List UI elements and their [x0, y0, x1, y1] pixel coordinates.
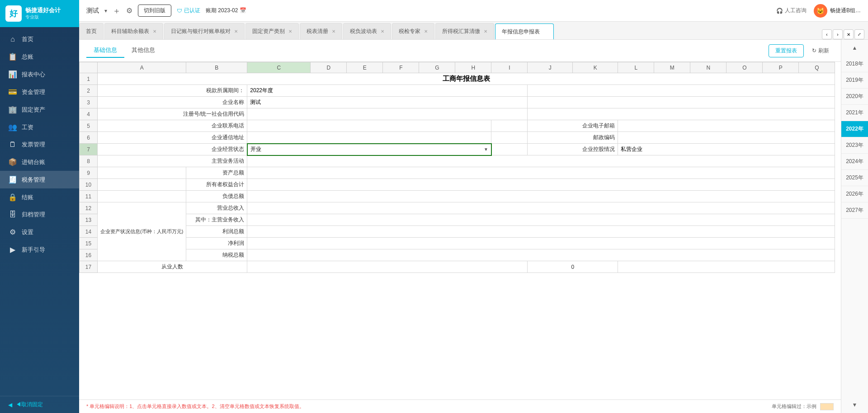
sidebar-item-closing[interactable]: 🔒 结账	[0, 188, 79, 206]
tab-fixed-assets[interactable]: 固定资产类别 ✕	[245, 23, 299, 39]
sample-box	[820, 403, 834, 410]
tax-total-value[interactable]	[247, 249, 835, 261]
total-assets-value[interactable]	[247, 167, 835, 179]
tab-aux-balance[interactable]: 科目辅助余额表 ✕	[104, 23, 163, 39]
liabilities-value[interactable]	[247, 191, 835, 202]
year-item-2021[interactable]: 2021年	[841, 105, 868, 121]
tab-close-icon[interactable]: ✕	[288, 29, 292, 34]
empty-a11	[98, 191, 186, 202]
sidebar-item-label: 设置	[22, 228, 33, 236]
main-biz-value[interactable]	[247, 155, 835, 167]
year-scroll-up-btn[interactable]: ▲	[849, 42, 861, 54]
tab-next-btn[interactable]: ›	[833, 29, 843, 39]
sidebar-item-purchase[interactable]: 📦 进销台账	[0, 153, 79, 171]
biz-status-dropdown[interactable]: 开业 ▼	[247, 144, 491, 155]
year-item-2022[interactable]: 2022年	[841, 121, 868, 137]
sidebar-item-settings[interactable]: ⚙ 设置	[0, 223, 79, 241]
tab-close-icon[interactable]: ✕	[332, 29, 335, 34]
year-item-2023[interactable]: 2023年	[841, 137, 868, 154]
tab-annual-report[interactable]: 年报信息申报表 ✕	[495, 23, 554, 40]
tab-close-icon[interactable]: ✕	[424, 29, 428, 34]
empty-cell	[528, 85, 835, 97]
sidebar-item-invoice[interactable]: 🗒 发票管理	[0, 136, 79, 153]
main-revenue-value[interactable]	[247, 214, 835, 226]
period-value-cell[interactable]: 2022年度	[247, 85, 528, 97]
sidebar-item-label: 进销台账	[22, 158, 45, 166]
year-item-2019[interactable]: 2019年	[841, 72, 868, 89]
reg-num-value[interactable]	[247, 108, 528, 120]
ownership-value[interactable]: 私营企业	[618, 144, 835, 155]
sidebar-item-ledger[interactable]: 📋 总账	[0, 48, 79, 66]
period-value: 2023-02	[218, 7, 238, 14]
company-name-value[interactable]: 测试	[247, 97, 528, 108]
old-version-button[interactable]: 切到旧版	[138, 5, 171, 17]
title-cell[interactable]: 工商年报信息表	[98, 73, 835, 85]
address-value[interactable]	[247, 132, 491, 144]
email-value[interactable]	[618, 120, 835, 132]
year-list: 2018年 2019年 2020年 2021年 2022年 2023年 2024…	[841, 56, 868, 397]
year-item-2027[interactable]: 2027年	[841, 202, 868, 219]
user-menu[interactable]: 🐱 畅捷通B组…	[814, 4, 861, 18]
profit-value[interactable]	[247, 226, 835, 238]
topbar-add-btn[interactable]: ＋	[113, 7, 121, 15]
year-scroll-down-btn[interactable]: ▼	[849, 399, 861, 411]
tab-close-icon[interactable]: ✕	[543, 29, 547, 34]
sidebar-item-salary[interactable]: 👥 工资	[0, 118, 79, 136]
refresh-button[interactable]: ↻ 刷新	[807, 44, 834, 57]
revenue-value[interactable]	[247, 202, 835, 214]
sheet-tab-other[interactable]: 其他信息	[124, 43, 162, 58]
tab-close-icon[interactable]: ✕	[381, 29, 384, 34]
sidebar-item-funds[interactable]: 💳 资金管理	[0, 83, 79, 101]
tab-home[interactable]: 首页	[79, 23, 104, 39]
tab-prev-btn[interactable]: ‹	[822, 29, 832, 39]
tab-bank-check[interactable]: 日记账与银行对账单核对 ✕	[164, 23, 245, 39]
service-button[interactable]: 🎧 人工咨询	[776, 7, 807, 14]
row-num-5: 5	[80, 120, 98, 132]
tab-tax-change[interactable]: 税负波动表 ✕	[343, 23, 391, 39]
refresh-icon: ↻	[812, 47, 816, 54]
tab-expand-btn[interactable]: ⤢	[854, 29, 864, 39]
sheet-tab-basic[interactable]: 基础信息	[86, 43, 124, 58]
tab-income-tax[interactable]: 所得税汇算清缴 ✕	[435, 23, 494, 39]
tab-label: 税负波动表	[350, 28, 377, 35]
sidebar-item-reports[interactable]: 📊 报表中心	[0, 66, 79, 83]
reset-button[interactable]: 重置报表	[769, 44, 804, 57]
tab-label: 科目辅助余额表	[111, 28, 149, 35]
year-item-2025[interactable]: 2025年	[841, 170, 868, 186]
sidebar-item-assets[interactable]: 🏢 固定资产	[0, 101, 79, 118]
table-row: 11 负债总额	[80, 191, 835, 202]
tab-tax-return[interactable]: 税表清册 ✕	[300, 23, 342, 39]
sidebar-item-home[interactable]: ⌂ 首页	[0, 31, 79, 48]
empty-cell	[528, 97, 835, 108]
tax-total-label: 纳税总额	[186, 249, 247, 261]
year-item-2020[interactable]: 2020年	[841, 89, 868, 105]
grid-container[interactable]: A B C D E F G H I J K L M	[79, 62, 841, 399]
year-item-2018[interactable]: 2018年	[841, 56, 868, 72]
employees-value[interactable]	[247, 261, 528, 273]
liabilities-label: 负债总额	[186, 191, 247, 202]
sidebar-item-guide[interactable]: ▶ 新手引导	[0, 241, 79, 258]
topbar-settings-btn[interactable]: ⚙	[126, 6, 132, 15]
topbar-dropdown-btn[interactable]: ▾	[104, 8, 107, 14]
phone-value[interactable]	[247, 120, 491, 132]
equity-label: 所有者权益合计	[186, 179, 247, 191]
tab-label: 税检专家	[399, 28, 420, 35]
purchase-icon: 📦	[8, 158, 17, 166]
tab-close-icon[interactable]: ✕	[234, 29, 238, 34]
tab-close-icon[interactable]: ✕	[153, 29, 156, 34]
year-item-2026[interactable]: 2026年	[841, 186, 868, 202]
tab-close-all-btn[interactable]: ✕	[844, 29, 854, 39]
sidebar-pin-toggle[interactable]: ◀ ◀取消固定	[0, 396, 79, 413]
postcode-value[interactable]	[618, 132, 835, 144]
tab-tax-expert[interactable]: 税检专家 ✕	[392, 23, 434, 39]
biz-status-label: 企业经营状态	[98, 144, 247, 155]
col-header-q: Q	[799, 62, 835, 73]
sidebar-item-archive[interactable]: 🗄 归档管理	[0, 206, 79, 223]
equity-value[interactable]	[247, 179, 835, 191]
year-item-2024[interactable]: 2024年	[841, 154, 868, 170]
sidebar-item-tax[interactable]: 🧾 税务管理	[0, 171, 79, 188]
net-profit-value[interactable]	[247, 238, 835, 249]
row-num-17: 17	[80, 261, 98, 273]
tab-close-icon[interactable]: ✕	[484, 29, 487, 34]
calendar-icon[interactable]: 📅	[240, 7, 246, 14]
